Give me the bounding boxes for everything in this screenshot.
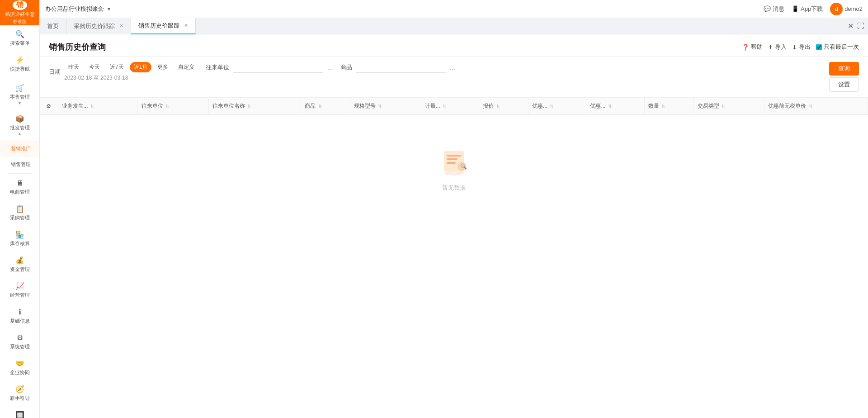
col-discount1[interactable]: 优惠... ⇅	[528, 98, 586, 115]
counterparty-input[interactable]	[233, 62, 323, 73]
only-last-checkbox[interactable]	[816, 44, 822, 50]
sidebar-item-wholesale[interactable]: 📦 批发管理 ▲	[0, 110, 39, 141]
date-btn-7days[interactable]: 近7天	[106, 62, 128, 72]
sidebar-item-label-system: 系统管理	[10, 343, 30, 350]
date-btn-more[interactable]: 更多	[153, 62, 172, 72]
inventory-icon: 🏪	[15, 230, 24, 239]
date-btn-yesterday[interactable]: 昨天	[64, 62, 83, 72]
sidebar-item-operations[interactable]: 📈 经营管理	[0, 277, 39, 303]
date-filter-options: 昨天 今天 近7天 近1月 更多 自定义 2023-02-18 至 2023-0…	[64, 62, 198, 82]
col-price[interactable]: 报价 ⇅	[479, 98, 528, 115]
content-area: 销售历史价查询 ❓ 帮助 ⬆ 导入 ⬇ 导出 只看最后一次	[40, 34, 868, 418]
brand-name: 畅捷通好生意	[5, 11, 35, 18]
query-button[interactable]: 查询	[829, 62, 859, 76]
tab-purchase-close-icon[interactable]: ✕	[119, 23, 123, 29]
quicknav-icon: ⚡	[15, 56, 24, 64]
col-trade-type[interactable]: 交易类型 ⇅	[693, 98, 764, 115]
topbar-left: 办公用品行业模拟账套 ▾	[45, 5, 110, 13]
col-gear[interactable]: ⚙	[40, 98, 58, 115]
col-trade-type-label: 交易类型	[698, 103, 719, 109]
sort-icon-counterparty-name: ⇅	[247, 104, 251, 109]
topbar: 办公用品行业模拟账套 ▾ 💬 消息 📱 App下载 d demo2	[40, 0, 868, 18]
col-unit[interactable]: 计量... ⇅	[421, 98, 479, 115]
sidebar-item-sales[interactable]: 销售管理	[0, 157, 39, 172]
sidebar-item-appcenter[interactable]: 🔲 应用中心	[0, 406, 39, 418]
gear-icon[interactable]: ⚙	[46, 103, 51, 109]
export-icon: ⬇	[792, 44, 797, 51]
col-discount2-label: 优惠...	[590, 103, 605, 109]
table-header-row: ⚙ 业务发生... ⇅ 往来单位 ⇅ 往来单位名称 ⇅	[40, 98, 868, 115]
sidebar-item-search[interactable]: 🔍 搜索菜单	[0, 25, 39, 51]
sidebar-item-label-purchase: 采购管理	[10, 214, 30, 221]
help-btn[interactable]: ❓ 帮助	[742, 43, 763, 51]
basicinfo-icon: ℹ	[19, 308, 21, 316]
retail-arrow: ▼	[18, 100, 22, 105]
topbar-message-btn[interactable]: 💬 消息	[764, 5, 784, 13]
tab-sales-history-label: 销售历史价跟踪	[138, 22, 179, 30]
settings-button[interactable]: 设置	[829, 77, 859, 92]
col-counterparty-name[interactable]: 往来单位名称 ⇅	[208, 98, 301, 115]
import-label: 导入	[775, 43, 787, 51]
page-header: 销售历史价查询 ❓ 帮助 ⬆ 导入 ⬇ 导出 只看最后一次	[40, 34, 868, 57]
sidebar-item-finance[interactable]: 💰 资金管理	[0, 252, 39, 277]
sort-icon-spec: ⇅	[378, 104, 382, 109]
guide-icon: 🧭	[15, 385, 24, 394]
tab-close-all-btn[interactable]: ✕	[848, 22, 854, 30]
table-container: ⚙ 业务发生... ⇅ 往来单位 ⇅ 往来单位名称 ⇅	[40, 98, 868, 418]
date-range-row: 2023-02-18 至 2023-03-18	[64, 74, 198, 82]
export-btn[interactable]: ⬇ 导出	[792, 43, 811, 51]
sidebar-item-quicknav[interactable]: ⚡ 快捷导航	[0, 51, 39, 77]
sidebar-item-label-retail: 零售管理	[10, 94, 30, 100]
sidebar: 销 畅捷通好生意 标准版 🔍 搜索菜单 ⚡ 快捷导航 🛒 零售管理 ▼ 📦 批发…	[0, 0, 40, 418]
col-business-date[interactable]: 业务发生... ⇅	[58, 98, 138, 115]
svg-rect-4	[447, 162, 456, 164]
sidebar-item-retail[interactable]: 🛒 零售管理 ▼	[0, 79, 39, 110]
empty-text: 暂无数据	[442, 184, 466, 192]
sidebar-item-label-ecommerce: 电商管理	[10, 189, 30, 195]
topbar-appdownload-btn[interactable]: 📱 App下载	[792, 5, 823, 13]
col-discount2[interactable]: 优惠... ⇅	[586, 98, 645, 115]
date-btn-today[interactable]: 今天	[85, 62, 104, 72]
sidebar-item-basic-info[interactable]: ℹ 基础信息	[0, 303, 39, 329]
col-quantity[interactable]: 数量 ⇅	[645, 98, 694, 115]
sidebar-item-label-sales: 销售管理	[11, 161, 31, 168]
col-spec[interactable]: 规格型号 ⇅	[350, 98, 421, 115]
sidebar-item-label-basicinfo: 基础信息	[10, 318, 30, 324]
data-table: ⚙ 业务发生... ⇅ 往来单位 ⇅ 往来单位名称 ⇅	[40, 98, 868, 115]
topbar-user[interactable]: d demo2	[830, 3, 863, 15]
col-pretax-price[interactable]: 优惠前无税单价 ⇅	[764, 98, 868, 115]
col-counterparty-name-label: 往来单位名称	[212, 103, 245, 109]
counterparty-dots[interactable]: ...	[327, 63, 333, 71]
tab-purchase-history[interactable]: 采购历史价跟踪 ✕	[66, 18, 131, 34]
date-btn-custom[interactable]: 自定义	[174, 62, 198, 72]
only-last-checkbox-group[interactable]: 只看最后一次	[816, 43, 859, 51]
sidebar-item-label-finance: 资金管理	[10, 266, 30, 273]
date-btn-1month[interactable]: 近1月	[130, 62, 152, 72]
tab-sales-close-icon[interactable]: ✕	[184, 23, 188, 28]
sidebar-item-guide[interactable]: 🧭 新手引导	[0, 380, 39, 406]
tab-home[interactable]: 首页	[40, 18, 66, 34]
date-filter-group: 日期 昨天 今天 近7天 近1月 更多 自定义 2023-02-18 至 202…	[49, 62, 198, 82]
sidebar-item-marketing[interactable]: 营销推广	[0, 141, 39, 157]
sidebar-item-inventory[interactable]: 🏪 库存核算	[0, 226, 39, 252]
date-range-text: 2023-02-18 至 2023-03-18	[64, 74, 128, 82]
tab-fullscreen-btn[interactable]: ⛶	[857, 22, 864, 30]
col-counterparty[interactable]: 往来单位 ⇅	[138, 98, 209, 115]
export-label: 导出	[799, 43, 811, 51]
sidebar-item-collab[interactable]: 🤝 企业协同	[0, 355, 39, 380]
sidebar-item-system[interactable]: ⚙ 系统管理	[0, 329, 39, 355]
purchase-icon: 📋	[15, 204, 24, 213]
product-dots[interactable]: ...	[450, 63, 456, 71]
import-btn[interactable]: ⬆ 导入	[768, 43, 787, 51]
tab-sales-history[interactable]: 销售历史价跟踪 ✕	[131, 18, 196, 34]
topbar-dropdown[interactable]: ▾	[108, 6, 110, 12]
product-input[interactable]	[356, 62, 446, 73]
col-product[interactable]: 商品 ⇅	[301, 98, 350, 115]
sidebar-item-label-marketing: 营销推广	[11, 145, 31, 152]
sidebar-item-purchase[interactable]: 📋 采购管理	[0, 200, 39, 226]
message-icon: 💬	[764, 5, 771, 12]
svg-text:🔍: 🔍	[460, 163, 467, 170]
sidebar-item-ecommerce[interactable]: 🖥 电商管理	[0, 175, 39, 200]
counterparty-label: 往来单位	[206, 63, 229, 71]
sidebar-item-label-inventory: 库存核算	[10, 240, 30, 247]
